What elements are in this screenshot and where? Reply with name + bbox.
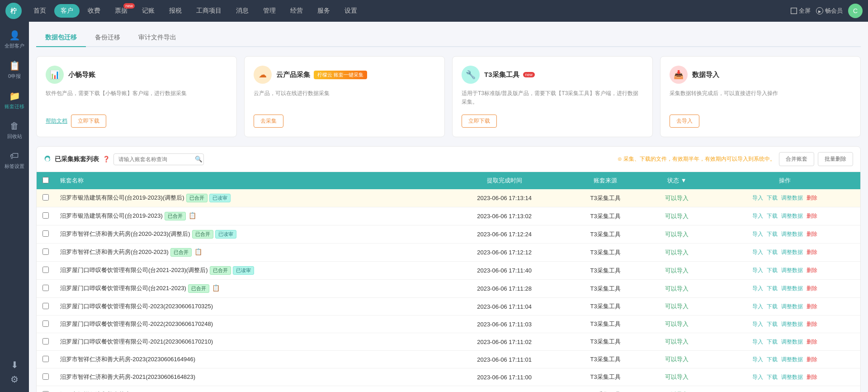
- nav-manage[interactable]: 管理: [257, 4, 282, 18]
- action-调整数据[interactable]: 调整数据: [781, 285, 803, 292]
- search-button[interactable]: 🔍: [195, 156, 203, 163]
- action-调整数据[interactable]: 调整数据: [781, 374, 803, 380]
- nav-message[interactable]: 消息: [230, 4, 255, 18]
- sidebar-item-account-migrate[interactable]: 📁 账套迁移: [2, 86, 27, 115]
- nav-business[interactable]: 工商项目: [190, 4, 228, 18]
- action-导入[interactable]: 导入: [752, 339, 763, 345]
- nav-invoice[interactable]: 票据 new: [108, 4, 134, 18]
- action-删除[interactable]: 删除: [807, 285, 817, 292]
- sidebar-item-recycle[interactable]: 🗑 回收站: [2, 116, 27, 144]
- fullscreen-button[interactable]: 全屏: [791, 7, 811, 15]
- action-导入[interactable]: 导入: [752, 374, 763, 380]
- select-all-header[interactable]: [37, 172, 55, 189]
- row-checkbox[interactable]: [42, 194, 49, 201]
- member-button[interactable]: ▶ 畅会员: [816, 7, 843, 15]
- row-checkbox[interactable]: [42, 285, 49, 291]
- settings-icon[interactable]: ⚙: [10, 374, 19, 385]
- help-doc-link[interactable]: 帮助文档: [46, 117, 67, 125]
- action-导入[interactable]: 导入: [752, 195, 763, 201]
- action-下载[interactable]: 下载: [767, 356, 778, 363]
- action-导入[interactable]: 导入: [752, 303, 763, 310]
- action-删除[interactable]: 删除: [807, 339, 817, 345]
- action-导入[interactable]: 导入: [752, 267, 763, 273]
- action-删除[interactable]: 删除: [807, 356, 817, 363]
- row-checkbox[interactable]: [42, 303, 49, 309]
- action-下载[interactable]: 下载: [767, 267, 778, 273]
- action-删除[interactable]: 删除: [807, 249, 817, 255]
- xiao-chang-download-button[interactable]: 立即下载: [71, 115, 106, 128]
- nav-service[interactable]: 服务: [311, 4, 336, 18]
- go-collect-button[interactable]: 去采集: [254, 115, 283, 128]
- action-调整数据[interactable]: 调整数据: [781, 321, 803, 327]
- action-导入[interactable]: 导入: [752, 213, 763, 219]
- action-下载[interactable]: 下载: [767, 213, 778, 219]
- row-checkbox[interactable]: [42, 249, 49, 255]
- row-checkbox[interactable]: [42, 356, 49, 362]
- action-下载[interactable]: 下载: [767, 285, 778, 292]
- app-logo[interactable]: 柠: [5, 3, 22, 19]
- refresh-icon[interactable]: [44, 156, 51, 163]
- row-copy-icon[interactable]: 📋: [189, 212, 196, 219]
- action-下载[interactable]: 下载: [767, 321, 778, 327]
- go-import-button[interactable]: 去导入: [670, 115, 699, 128]
- nav-setting[interactable]: 设置: [338, 4, 363, 18]
- action-调整数据[interactable]: 调整数据: [781, 231, 803, 237]
- svg-rect-2: [791, 8, 797, 14]
- sidebar-item-tag-setting[interactable]: 🏷 标签设置: [2, 146, 27, 174]
- nav-fee[interactable]: 收费: [81, 4, 107, 18]
- action-导入[interactable]: 导入: [752, 321, 763, 327]
- row-checkbox[interactable]: [42, 320, 49, 327]
- merge-account-button[interactable]: 合并账套: [779, 152, 814, 166]
- action-调整数据[interactable]: 调整数据: [781, 303, 803, 310]
- row-checkbox[interactable]: [42, 230, 49, 237]
- action-删除[interactable]: 删除: [807, 195, 817, 201]
- nav-tax[interactable]: 报税: [163, 4, 188, 18]
- action-导入[interactable]: 导入: [752, 249, 763, 255]
- action-下载[interactable]: 下载: [767, 249, 778, 255]
- row-copy-icon[interactable]: 📋: [194, 248, 202, 255]
- action-导入[interactable]: 导入: [752, 231, 763, 237]
- action-下载[interactable]: 下载: [767, 374, 778, 380]
- row-checkbox[interactable]: [42, 373, 49, 380]
- action-删除[interactable]: 删除: [807, 267, 817, 273]
- select-all-checkbox[interactable]: [42, 177, 49, 183]
- download-icon[interactable]: ⬇: [11, 359, 19, 370]
- nav-bookkeeping[interactable]: 记账: [136, 4, 161, 18]
- help-icon[interactable]: ❓: [103, 156, 110, 163]
- nav-client[interactable]: 客户: [54, 4, 80, 18]
- row-checkbox[interactable]: [42, 267, 49, 273]
- sidebar-item-zero-report[interactable]: 📋 0申报: [2, 56, 27, 84]
- nav-home[interactable]: 首页: [27, 4, 52, 18]
- user-avatar[interactable]: C: [848, 4, 863, 18]
- tab-audit-export[interactable]: 审计文件导出: [129, 29, 185, 47]
- tab-data-migrate[interactable]: 数据包迁移: [36, 29, 86, 47]
- action-调整数据[interactable]: 调整数据: [781, 339, 803, 345]
- row-copy-icon[interactable]: 📋: [212, 284, 220, 292]
- row-checkbox[interactable]: [42, 212, 49, 219]
- action-导入[interactable]: 导入: [752, 285, 763, 292]
- action-调整数据[interactable]: 调整数据: [781, 267, 803, 273]
- row-tag: 已合开: [188, 284, 209, 293]
- action-下载[interactable]: 下载: [767, 303, 778, 310]
- sidebar-item-all-clients[interactable]: 👤 全部客户: [2, 25, 27, 54]
- action-调整数据[interactable]: 调整数据: [781, 213, 803, 219]
- action-删除[interactable]: 删除: [807, 321, 817, 327]
- row-checkbox[interactable]: [42, 338, 49, 344]
- action-调整数据[interactable]: 调整数据: [781, 195, 803, 201]
- action-删除[interactable]: 删除: [807, 374, 817, 380]
- col-status[interactable]: 状态 ▼: [644, 172, 709, 189]
- nav-operation[interactable]: 经营: [284, 4, 309, 18]
- action-下载[interactable]: 下载: [767, 339, 778, 345]
- action-删除[interactable]: 删除: [807, 303, 817, 310]
- action-调整数据[interactable]: 调整数据: [781, 249, 803, 255]
- action-删除[interactable]: 删除: [807, 231, 817, 237]
- t3-download-button[interactable]: 立即下载: [462, 115, 497, 128]
- action-调整数据[interactable]: 调整数据: [781, 356, 803, 363]
- tab-backup-migrate[interactable]: 备份迁移: [86, 29, 129, 47]
- search-input[interactable]: [113, 153, 204, 165]
- action-下载[interactable]: 下载: [767, 195, 778, 201]
- batch-delete-button[interactable]: 批量删除: [818, 152, 853, 166]
- action-删除[interactable]: 删除: [807, 213, 817, 219]
- action-导入[interactable]: 导入: [752, 356, 763, 363]
- action-下载[interactable]: 下载: [767, 231, 778, 237]
